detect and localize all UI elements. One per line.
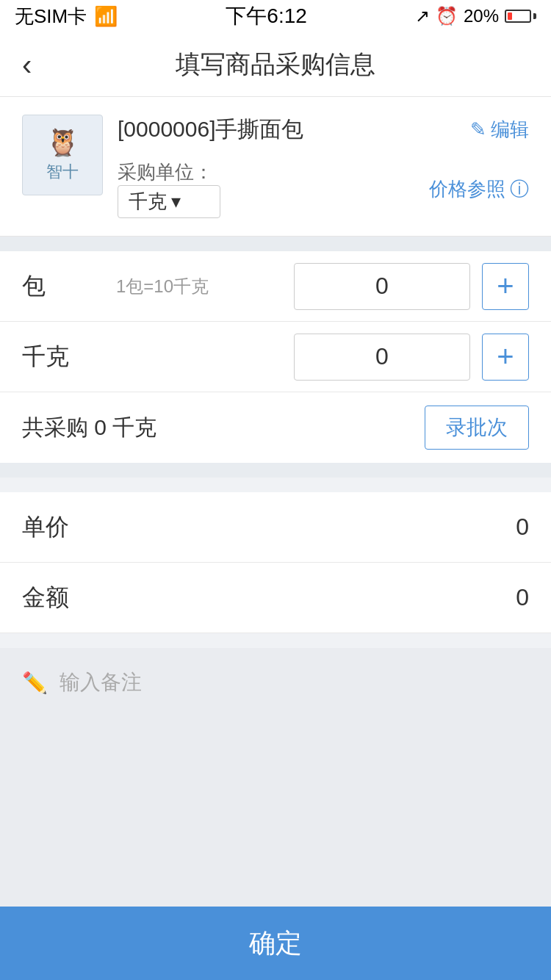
- kg-label: 千克: [22, 341, 110, 373]
- bag-plus-button[interactable]: +: [482, 263, 529, 310]
- bag-quantity-input[interactable]: 0: [294, 263, 470, 310]
- total-row: 共采购 0 千克 录批次: [0, 392, 551, 463]
- product-id: [0000006]: [118, 117, 215, 141]
- product-name: [0000006]手撕面包: [118, 115, 303, 145]
- bag-label: 包: [22, 270, 110, 303]
- total-label: 共采购 0 千克: [22, 415, 156, 439]
- unit-row: 采购单位： 千克 ▾ 价格参照 ⓘ: [118, 159, 529, 218]
- unit-label: 采购单位：: [118, 161, 213, 183]
- remark-section[interactable]: ✏️ 输入备注: [0, 648, 551, 717]
- unit-value: 千克: [129, 189, 167, 215]
- nav-bar: ‹ 填写商品采购信息: [0, 32, 551, 97]
- wifi-icon: 📶: [94, 5, 118, 28]
- pencil-icon: ✏️: [22, 671, 48, 695]
- remark-placeholder: 输入备注: [60, 669, 142, 696]
- product-img-icon: 🦉: [46, 127, 79, 158]
- bag-input-row: 包 1包=10千克 0 +: [0, 251, 551, 322]
- edit-button[interactable]: ✎ 编辑: [470, 117, 529, 143]
- total-value: 0: [94, 415, 112, 439]
- price-ref-label: 价格参照: [429, 176, 505, 202]
- bag-sublabel: 1包=10千克: [116, 275, 209, 298]
- price-section: 单价 0 金额 0: [0, 492, 551, 633]
- back-button[interactable]: ‹: [22, 50, 32, 79]
- confirm-button[interactable]: 确定: [0, 907, 551, 980]
- empty-content-area: [0, 717, 551, 937]
- battery-indicator: [505, 10, 536, 23]
- battery-percent: 20%: [464, 6, 499, 26]
- edit-label: 编辑: [491, 117, 529, 143]
- product-info: [0000006]手撕面包 ✎ 编辑 采购单位： 千克 ▾ 价格参照 ⓘ: [118, 115, 529, 218]
- unit-selector-group: 采购单位： 千克 ▾: [118, 159, 220, 218]
- section-divider-1: [0, 237, 551, 251]
- batch-record-button[interactable]: 录批次: [425, 406, 529, 450]
- help-icon: ⓘ: [510, 176, 529, 202]
- unit-price-row: 单价 0: [0, 492, 551, 563]
- amount-label: 金额: [22, 582, 69, 614]
- total-unit: 千克: [112, 415, 156, 439]
- total-summary: 共采购 0 千克: [22, 413, 156, 443]
- input-section: 包 1包=10千克 0 + 千克 0 + 共采购 0 千克 录批次: [0, 251, 551, 463]
- status-bar: 无SIM卡 📶 下午6:12 ↗ ⏰ 20%: [0, 0, 551, 32]
- amount-row: 金额 0: [0, 563, 551, 633]
- bag-quantity-value: 0: [375, 273, 389, 300]
- product-card: 🦉 智十 [0000006]手撕面包 ✎ 编辑 采购单位： 千克 ▾ 价格参照: [0, 97, 551, 237]
- page-title: 填写商品采购信息: [176, 48, 375, 82]
- kg-quantity-input[interactable]: 0: [294, 334, 470, 381]
- edit-icon: ✎: [470, 118, 486, 141]
- kg-plus-icon: +: [497, 340, 514, 373]
- unit-price-value: 0: [516, 514, 529, 541]
- chevron-down-icon: ▾: [171, 190, 181, 213]
- product-image: 🦉 智十: [22, 115, 103, 195]
- unit-price-label: 单价: [22, 511, 69, 544]
- kg-plus-button[interactable]: +: [482, 334, 529, 381]
- section-divider-2: [0, 463, 551, 478]
- carrier-text: 无SIM卡: [15, 4, 87, 29]
- status-right: ↗ ⏰ 20%: [415, 6, 536, 26]
- price-reference-button[interactable]: 价格参照 ⓘ: [429, 176, 529, 202]
- location-icon: ↗: [415, 6, 430, 26]
- bag-plus-icon: +: [497, 270, 514, 303]
- kg-quantity-value: 0: [375, 343, 389, 370]
- alarm-icon: ⏰: [436, 6, 458, 26]
- status-left: 无SIM卡 📶: [15, 4, 118, 29]
- total-prefix: 共采购: [22, 415, 94, 439]
- kg-input-row: 千克 0 +: [0, 322, 551, 392]
- product-name-row: [0000006]手撕面包 ✎ 编辑: [118, 115, 529, 145]
- amount-value: 0: [516, 584, 529, 611]
- product-img-label: 智十: [46, 161, 79, 183]
- unit-select[interactable]: 千克 ▾: [118, 185, 220, 218]
- product-title: 手撕面包: [215, 117, 303, 141]
- status-time: 下午6:12: [226, 2, 307, 30]
